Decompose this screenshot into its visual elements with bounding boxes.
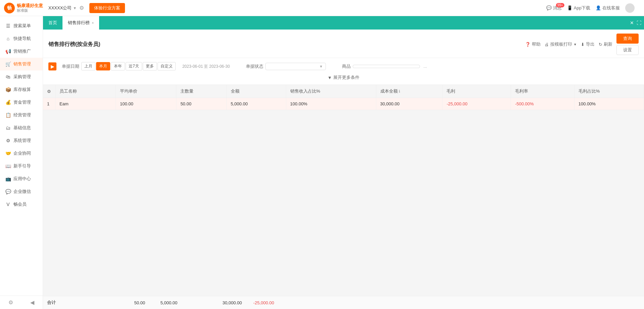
date-this-year-btn[interactable]: 本年 [111,62,125,70]
sidebar-item-quick-nav[interactable]: ⌂ 快捷导航 [0,32,43,45]
goods-filter-label: 商品 [342,63,351,69]
th-amount: 全额 [226,85,286,98]
column-settings-icon[interactable]: ⚙ [47,89,51,94]
sidebar-item-finance[interactable]: 💰 资金管理 [0,96,43,109]
ops-icon: 📋 [5,112,11,118]
sidebar-item-inventory[interactable]: 📦 库存核算 [0,83,43,96]
print-button[interactable]: 🖨 按模板打印 ▼ [545,41,577,47]
sidebar-item-sales[interactable]: 🛒 销售管理 [0,58,43,70]
footer-amount: 5,000.00 [151,300,177,305]
sales-icon: 🛒 [5,61,11,67]
footer-qty: 50.00 [118,300,145,305]
app-version: 标准版 [17,8,43,13]
sidebar-item-base[interactable]: 🗂 基础信息 [0,121,43,134]
content-area: 首页 销售排行榜 × ✕ ⛶ 销售排行榜(按业务员) ❓ 帮助 [43,16,644,309]
date-this-month-btn[interactable]: 本月 [96,62,110,70]
message-icon: 💬 [546,5,552,10]
cell-qty: 50.00 [176,98,227,110]
sidebar-item-system[interactable]: ⚙ 系统管理 [0,134,43,147]
tab-sales-rank[interactable]: 销售排行榜 × [62,16,99,30]
date-7days-btn[interactable]: 近7天 [126,62,142,70]
tab-bar-actions: ✕ ⛶ [630,20,644,25]
refresh-icon: ↻ [599,42,602,47]
filter-status-item: 单据状态 ▼ [246,63,326,70]
filter-toggle-button[interactable]: ▶ [48,62,56,70]
sidebar: ☰ 搜索菜单 ⌂ 快捷导航 📢 营销推广 🛒 销售管理 🛍 采购管理 [0,16,43,309]
sidebar-settings-icon[interactable]: ⚙ [8,299,13,306]
expand-more-conditions[interactable]: ▼ 展开更多条件 [328,74,359,81]
home-icon: ⌂ [5,36,11,41]
goods-more-btn[interactable]: ... [423,64,427,69]
cell-gross-pct: 100.00% [574,98,644,110]
app-download-button[interactable]: 📱 App下载 [567,5,590,11]
th-gross-rate: 毛利率 [511,85,574,98]
th-settings[interactable]: ⚙ [43,85,55,98]
sidebar-label-wechat: 企业微信 [13,189,31,195]
sidebar-label-quick-nav: 快捷导航 [13,36,31,42]
sidebar-label-sales: 销售管理 [13,61,31,67]
table-footer: 合计 50.00 5,000.00 30,000.00 -25,000.00 [43,296,644,309]
footer-label: 合计 [47,300,67,306]
tab-close-window-icon[interactable]: ✕ [630,20,634,25]
avatar[interactable] [625,3,635,13]
arrow-right-icon: ▶ [51,64,54,69]
date-custom-btn[interactable]: 自定义 [158,62,176,70]
table-area: ⚙ 员工名称 平均单价 主数量 [43,85,644,296]
th-sales-pct: 销售收入占比% [286,85,376,98]
trial-button[interactable]: 体验行业方案 [89,3,125,13]
help-button[interactable]: ❓ 帮助 [525,41,541,47]
sidebar-item-ops[interactable]: 📋 经营管理 [0,109,43,121]
th-cost: 成本全额 ℹ [376,85,442,98]
filter-bar: ▶ 单据日期 上月 本月 本年 近7天 更多 自定义 [43,58,644,85]
sidebar-collapse-icon[interactable]: ◀ [30,299,34,306]
refresh-button[interactable]: ↻ 刷新 [599,41,612,47]
finance-icon: 💰 [5,100,11,105]
marketing-icon: 📢 [5,49,11,54]
wechat-icon: 💬 [5,189,11,194]
message-button[interactable]: 💬 消息 99+ [546,5,562,11]
cell-gross: -25,000.00 [442,98,511,110]
filter-date-item: 单据日期 上月 本月 本年 近7天 更多 自定义 [62,62,176,70]
date-last-month-btn[interactable]: 上月 [81,62,95,70]
sidebar-item-member[interactable]: V 畅会员 [0,198,43,211]
sidebar-item-guide[interactable]: 📖 新手引导 [0,160,43,172]
date-range-display: 2023-06-01 至 2023-06-30 [182,64,230,69]
app-label: App下载 [574,5,590,11]
search-icon: ☰ [5,23,11,29]
sidebar-item-marketing[interactable]: 📢 营销推广 [0,45,43,58]
query-button[interactable]: 查询 [616,34,639,44]
sidebar-item-wechat[interactable]: 💬 企业微信 [0,185,43,198]
goods-select[interactable] [353,65,420,68]
sidebar-label-marketing: 营销推广 [13,48,31,54]
table-settings-button[interactable]: 设置 [616,45,639,55]
date-more-btn[interactable]: 更多 [143,62,157,70]
sidebar-label-finance: 资金管理 [13,99,31,105]
th-avg-price: 平均单价 [116,85,176,98]
export-button[interactable]: ⬇ 导出 [581,41,595,47]
tab-maximize-icon[interactable]: ⛶ [637,20,641,25]
settings-icon[interactable]: ⚙ [79,5,84,11]
tab-close-icon[interactable]: × [92,21,94,25]
expand-label: 展开更多条件 [333,74,359,81]
app-icon: 📱 [567,5,572,10]
sidebar-item-purchase[interactable]: 🛍 采购管理 [0,70,43,83]
message-badge: 99+ [556,3,564,7]
tab-home[interactable]: 首页 [43,16,62,30]
cell-gross-rate: -500.00% [511,98,574,110]
sidebar-item-search[interactable]: ☰ 搜索菜单 [0,19,43,32]
company-selector[interactable]: XXXXX公司 ▼ [48,5,77,11]
help-label: 帮助 [532,41,541,47]
date-filter-buttons: 上月 本月 本年 近7天 更多 自定义 [81,62,176,70]
cell-sales-pct: 100.00% [286,98,376,110]
sidebar-label-system: 系统管理 [13,138,31,144]
cell-rank: 1 [43,98,55,110]
print-icon: 🖨 [545,42,549,47]
online-service-button[interactable]: 👤 在线客服 [596,5,620,11]
sidebar-item-app-center[interactable]: 📺 应用中心 [0,172,43,185]
th-qty: 主数量 [176,85,227,98]
top-bar: 畅 畅康通好生意 标准版 XXXXX公司 ▼ ⚙ 体验行业方案 💬 消息 99+… [0,0,644,16]
help-icon: ❓ [525,42,530,47]
status-chevron-icon: ▼ [319,64,323,68]
status-select[interactable]: ▼ [265,63,326,70]
sidebar-item-collab[interactable]: 🤝 企业协同 [0,147,43,160]
